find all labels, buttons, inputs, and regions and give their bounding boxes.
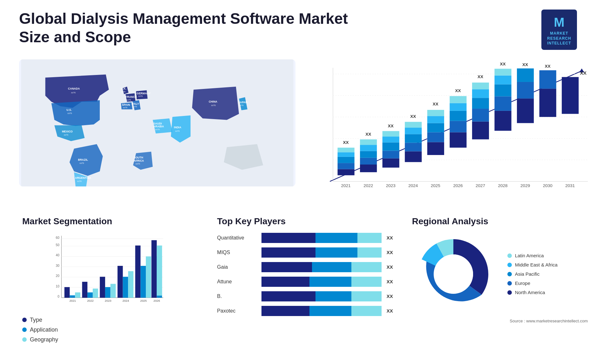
bar-chart-svg: XX 2021 XX 2022 XX 2023	[315, 59, 591, 196]
svg-rect-58	[383, 137, 399, 142]
svg-text:XX: XX	[580, 70, 587, 76]
players-container: QuantitativeXXMIQSXXGaiaXXAttuneXXB.XXPa…	[217, 233, 393, 316]
svg-rect-124	[64, 287, 70, 298]
svg-text:50: 50	[56, 243, 60, 247]
segmentation-title: Market Segmentation	[22, 216, 198, 226]
player-value: XX	[387, 279, 393, 284]
legend-geography: Geography	[22, 336, 198, 343]
svg-rect-99	[517, 68, 534, 82]
player-name: Paxotec	[217, 308, 258, 314]
svg-text:ARGENTINA: ARGENTINA	[75, 176, 91, 179]
player-name: Attune	[217, 279, 258, 285]
europe-dot	[507, 281, 512, 286]
player-row: PaxotecXX	[217, 306, 393, 316]
svg-rect-62	[405, 151, 422, 162]
player-value: XX	[387, 250, 393, 255]
svg-rect-43	[338, 157, 355, 163]
asia-pacific-dot	[507, 272, 512, 276]
svg-text:2031: 2031	[565, 183, 575, 188]
svg-rect-138	[128, 271, 133, 298]
svg-text:xx%: xx%	[132, 105, 137, 108]
svg-rect-41	[338, 169, 355, 175]
svg-text:INDIA: INDIA	[174, 126, 181, 129]
page-container: Global Dialysis Management Software Mark…	[0, 0, 610, 364]
bottom-grid: Market Segmentation 0 10 20 30 40 50 60	[19, 213, 591, 346]
svg-text:60: 60	[56, 236, 60, 239]
player-bar	[261, 291, 381, 301]
geography-dot	[22, 337, 27, 342]
svg-rect-102	[539, 89, 556, 117]
svg-rect-49	[360, 158, 377, 165]
svg-text:10: 10	[56, 285, 60, 288]
svg-rect-129	[87, 292, 93, 298]
svg-text:2025: 2025	[431, 183, 440, 188]
logo-container: M MARKET RESEARCH INTELLECT	[527, 10, 591, 50]
svg-text:xx%: xx%	[79, 161, 84, 164]
svg-rect-65	[405, 128, 422, 134]
latin-america-dot	[507, 253, 512, 258]
svg-rect-55	[383, 158, 399, 167]
svg-rect-48	[360, 165, 377, 172]
svg-rect-42	[338, 163, 355, 169]
svg-rect-125	[70, 295, 75, 298]
canada-label: CANADA	[68, 87, 80, 90]
svg-rect-83	[472, 121, 489, 139]
svg-rect-137	[123, 277, 128, 298]
svg-rect-134	[111, 284, 116, 298]
svg-text:2022: 2022	[363, 183, 373, 188]
svg-rect-130	[93, 288, 98, 298]
svg-text:2021: 2021	[341, 183, 351, 188]
svg-rect-97	[517, 98, 534, 123]
svg-text:20: 20	[56, 274, 60, 278]
application-dot	[22, 327, 27, 332]
svg-text:xx%: xx%	[67, 112, 72, 115]
legend-asia-pacific: Asia Pacific	[507, 271, 558, 277]
svg-rect-78	[450, 111, 466, 121]
svg-text:xx%: xx%	[77, 179, 82, 182]
svg-rect-128	[82, 282, 87, 298]
svg-rect-91	[494, 96, 511, 111]
player-row: MIQSXX	[217, 247, 393, 258]
svg-text:2029: 2029	[520, 183, 530, 188]
svg-rect-64	[405, 134, 422, 143]
svg-text:AFRICA: AFRICA	[134, 159, 144, 162]
svg-rect-136	[118, 266, 123, 298]
svg-rect-63	[405, 143, 422, 151]
legend-application: Application	[22, 327, 198, 333]
main-grid: CANADA xx% U.S. xx% MEXICO xx% BRAZIL xx…	[19, 59, 591, 346]
key-players-title: Top Key Players	[217, 216, 393, 226]
svg-text:XX: XX	[365, 132, 371, 137]
svg-text:2023: 2023	[386, 183, 396, 188]
svg-text:xx%: xx%	[123, 106, 127, 109]
svg-text:2022: 2022	[87, 299, 94, 302]
svg-text:GERMANY: GERMANY	[137, 91, 151, 95]
player-row: QuantitativeXX	[217, 233, 393, 243]
svg-text:XX: XX	[410, 114, 416, 119]
svg-text:XX: XX	[478, 74, 483, 79]
middle-east-dot	[507, 263, 512, 267]
svg-text:2023: 2023	[105, 299, 112, 302]
player-row: B.XX	[217, 291, 393, 301]
svg-rect-147	[157, 246, 162, 296]
source-text: Source : www.marketresearchintellect.com	[412, 319, 588, 323]
svg-text:xx%: xx%	[126, 98, 131, 101]
svg-rect-80	[450, 96, 466, 103]
svg-text:xx%: xx%	[239, 104, 244, 106]
svg-text:xx%: xx%	[121, 90, 126, 93]
svg-text:2025: 2025	[140, 299, 147, 302]
svg-rect-57	[383, 142, 399, 151]
svg-text:XX: XX	[388, 124, 394, 128]
svg-text:SOUTH: SOUTH	[134, 156, 143, 159]
player-row: AttuneXX	[217, 277, 393, 287]
svg-rect-98	[517, 82, 534, 98]
svg-rect-142	[146, 256, 151, 298]
svg-rect-140	[135, 246, 141, 298]
player-name: Gaia	[217, 264, 258, 270]
svg-rect-141	[140, 266, 146, 298]
header: Global Dialysis Management Software Mark…	[19, 10, 591, 50]
svg-text:XX: XX	[433, 102, 438, 106]
player-name: Quantitative	[217, 235, 258, 241]
legend-middle-east: Middle East & Africa	[507, 262, 558, 267]
svg-text:xx%: xx%	[64, 133, 69, 136]
svg-text:xx%: xx%	[71, 91, 76, 94]
